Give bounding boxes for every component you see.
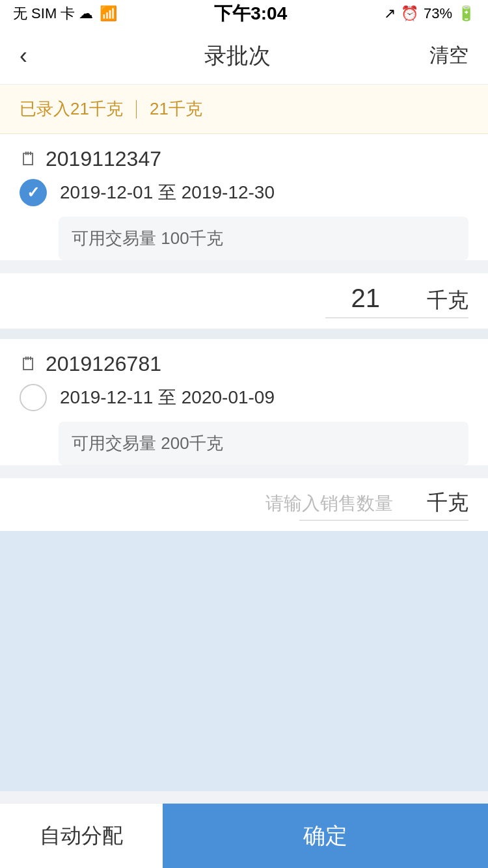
confirm-button[interactable]: 确定	[163, 804, 488, 868]
input-row-2: 请输入销售数量 千克	[0, 478, 488, 531]
doc-icon-2: 🗒	[20, 353, 38, 375]
quantity-unit-1: 千克	[427, 286, 468, 315]
blue-area	[0, 531, 488, 791]
batch-date-1: 2019-12-01 至 2019-12-30	[60, 180, 275, 205]
status-time: 下午3:04	[214, 1, 287, 26]
doc-icon-1: 🗒	[20, 148, 38, 170]
batch-item-2: 🗒 2019126781 2019-12-11 至 2020-01-09 可用交…	[0, 339, 488, 465]
summary-divider	[136, 100, 137, 118]
clear-button[interactable]: 清空	[416, 42, 468, 69]
quantity-unit-2: 千克	[427, 489, 468, 517]
back-button[interactable]: ‹	[20, 42, 59, 70]
batch-item-1: 🗒 2019112347 ✓ 2019-12-01 至 2019-12-30 可…	[0, 134, 488, 260]
quantity-row-1: 21 千克	[0, 273, 488, 329]
batch-id-1: 2019112347	[46, 147, 161, 171]
wifi-icon: 📶	[100, 5, 117, 22]
batch-date-row-2: 2019-12-11 至 2020-01-09	[20, 384, 468, 411]
quantity-underline-1	[325, 318, 468, 318]
summary-value: 21千克	[150, 98, 202, 120]
batch-id-2: 2019126781	[46, 352, 161, 376]
status-bar: 无 SIM 卡 ☁ 📶 下午3:04 ↗ ⏰ 73% 🔋	[0, 0, 488, 27]
batch-avail-2: 可用交易量 200千克	[59, 422, 468, 465]
battery-label: 73%	[424, 5, 452, 22]
location-icon: ↗	[384, 5, 396, 22]
radio-button-1[interactable]: ✓	[20, 179, 47, 206]
alarm-icon: ⏰	[401, 5, 418, 22]
summary-label: 已录入21千克	[20, 98, 123, 120]
batch-header-1: 🗒 2019112347	[20, 147, 468, 171]
battery-icon: 🔋	[457, 5, 475, 22]
page-title: 录批次	[59, 41, 416, 71]
batch-date-2: 2019-12-11 至 2020-01-09	[60, 385, 275, 410]
nav-bar: ‹ 录批次 清空	[0, 27, 488, 85]
quantity-input-area-1: 21 千克	[341, 284, 468, 315]
sim-label: 无 SIM 卡 ☁	[13, 4, 93, 23]
section-divider	[0, 329, 488, 339]
auto-distribute-button[interactable]: 自动分配	[0, 804, 163, 868]
batch-date-row-1: ✓ 2019-12-01 至 2019-12-30	[20, 179, 468, 206]
bottom-bar: 自动分配 确定	[0, 803, 488, 868]
summary-banner: 已录入21千克 21千克	[0, 85, 488, 134]
status-right: ↗ ⏰ 73% 🔋	[384, 5, 475, 22]
quantity-value-1[interactable]: 21	[341, 284, 380, 313]
radio-button-2[interactable]	[20, 384, 47, 411]
quantity-underline-2	[299, 520, 468, 521]
status-left: 无 SIM 卡 ☁ 📶	[13, 4, 117, 23]
batch-avail-1: 可用交易量 100千克	[59, 217, 468, 260]
batch-header-2: 🗒 2019126781	[20, 352, 468, 376]
quantity-placeholder-2[interactable]: 请输入销售数量	[265, 491, 393, 516]
check-icon-1: ✓	[27, 183, 40, 202]
